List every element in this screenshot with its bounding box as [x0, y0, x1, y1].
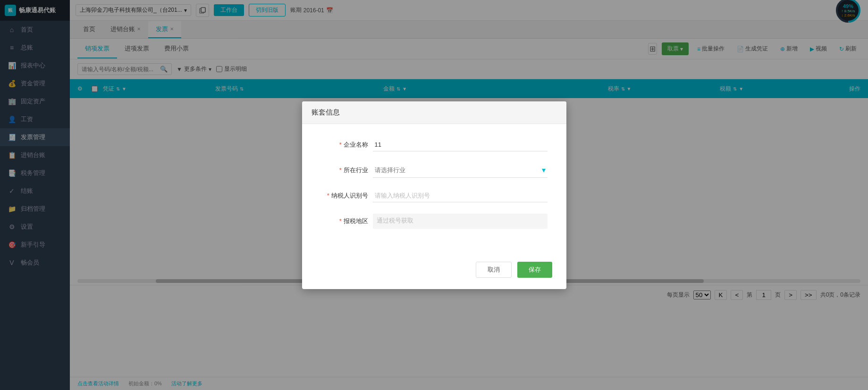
- enterprise-name-input[interactable]: [373, 138, 548, 151]
- form-row-tax-id: 纳税人识别号: [321, 189, 548, 202]
- tax-id-label: 纳税人识别号: [321, 191, 368, 200]
- form-row-tax-region: 报税地区 通过税号获取: [321, 214, 548, 229]
- modal-title: 账套信息: [312, 108, 340, 116]
- industry-input[interactable]: [375, 166, 542, 174]
- modal-body: 企业名称 所在行业 ▾ 纳税人识别号 报税地区 通过税号获取: [302, 124, 566, 254]
- modal-overlay: 账套信息 企业名称 所在行业 ▾ 纳税人识别号: [0, 0, 868, 390]
- industry-select-wrap[interactable]: ▾: [373, 163, 548, 178]
- modal-header: 账套信息: [302, 101, 566, 124]
- save-button[interactable]: 保存: [517, 262, 552, 278]
- tax-region-display: 通过税号获取: [373, 214, 548, 229]
- modal-footer: 取消 保存: [302, 254, 566, 289]
- industry-dropdown-icon[interactable]: ▾: [542, 166, 546, 174]
- enterprise-name-label: 企业名称: [321, 141, 368, 149]
- cancel-button[interactable]: 取消: [476, 262, 512, 278]
- tax-id-input[interactable]: [373, 189, 548, 202]
- account-info-modal: 账套信息 企业名称 所在行业 ▾ 纳税人识别号: [302, 101, 566, 289]
- tax-region-label: 报税地区: [321, 217, 368, 225]
- form-row-enterprise: 企业名称: [321, 138, 548, 151]
- form-row-industry: 所在行业 ▾: [321, 163, 548, 178]
- industry-label: 所在行业: [321, 166, 368, 174]
